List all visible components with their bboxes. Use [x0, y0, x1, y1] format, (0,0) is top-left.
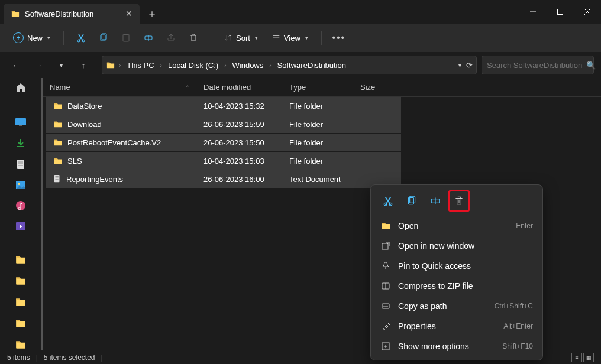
file-row[interactable]: PostRebootEventCache.V226-06-2023 15:50F…	[46, 134, 401, 151]
share-button[interactable]	[161, 28, 181, 48]
chevron-right-icon: ›	[223, 62, 227, 69]
folder-icon	[53, 120, 63, 128]
separator	[211, 31, 211, 45]
paste-button[interactable]	[116, 28, 136, 48]
column-name[interactable]: Name^	[43, 78, 196, 96]
refresh-button[interactable]: ⟳	[466, 61, 473, 70]
view-button[interactable]: View ▾	[266, 28, 314, 48]
rename-button[interactable]	[138, 28, 159, 48]
sidebar-folder[interactable]	[14, 318, 27, 329]
sidebar-downloads[interactable]	[14, 138, 27, 148]
file-name: PostRebootEventCache.V2	[67, 138, 161, 147]
address-bar[interactable]: › This PC › Local Disk (C:) › Windows › …	[102, 56, 477, 74]
svg-rect-20	[19, 125, 22, 126]
file-row[interactable]: ReportingEvents26-06-2023 16:00Text Docu…	[46, 170, 401, 188]
close-tab-button[interactable]: ✕	[125, 9, 133, 18]
breadcrumb[interactable]: Local Disk (C:)	[166, 60, 221, 71]
view-large-button[interactable]: ▦	[583, 353, 594, 362]
breadcrumb[interactable]: SoftwareDistribution	[275, 60, 348, 71]
status-item-count: 5 items	[7, 353, 30, 362]
sidebar-folder[interactable]	[14, 275, 27, 286]
maximize-button[interactable]	[547, 0, 574, 24]
context-label: Open in new window	[398, 241, 526, 251]
context-item-copy-as-path[interactable]: Copy as pathCtrl+Shift+C	[374, 296, 539, 316]
back-button[interactable]: ←	[7, 56, 25, 74]
copy-button[interactable]	[93, 28, 114, 48]
search-input[interactable]	[487, 61, 586, 70]
chevron-down-icon[interactable]: ▾	[458, 62, 461, 69]
up-button[interactable]: ↑	[75, 56, 92, 74]
new-button[interactable]: + New ▾	[7, 28, 56, 48]
new-label: New	[27, 34, 43, 43]
context-label: Compress to ZIP file	[398, 281, 526, 291]
separator: |	[36, 353, 38, 362]
column-size[interactable]: Size	[353, 78, 400, 96]
context-delete-button[interactable]	[449, 191, 469, 211]
file-name: SLS	[67, 157, 82, 165]
delete-button[interactable]	[183, 28, 203, 48]
context-item-open[interactable]: OpenEnter	[374, 216, 539, 236]
view-icon	[272, 34, 280, 42]
sidebar-home[interactable]	[14, 82, 27, 93]
new-tab-button[interactable]: ＋	[142, 4, 162, 24]
folder-icon	[106, 61, 115, 69]
tab-title: SoftwareDistribution	[25, 9, 121, 18]
recent-button[interactable]: ▾	[52, 56, 70, 74]
context-label: Open	[398, 221, 509, 230]
file-row[interactable]: SLS10-04-2023 15:03File folder	[46, 152, 401, 170]
context-label: Copy as path	[398, 301, 487, 311]
context-item-compress-to-zip-file[interactable]: Compress to ZIP file	[374, 276, 539, 296]
close-window-button[interactable]	[574, 0, 601, 24]
sort-icon	[224, 34, 232, 42]
context-shortcut: Shift+F10	[502, 342, 533, 350]
column-type[interactable]: Type	[282, 78, 353, 96]
context-item-open-in-new-window[interactable]: Open in new window	[374, 236, 539, 256]
chevron-right-icon: ›	[268, 62, 272, 69]
search-box[interactable]: 🔍	[482, 56, 594, 74]
breadcrumb[interactable]: This PC	[124, 60, 156, 71]
file-row[interactable]: DataStore10-04-2023 15:32File folder	[46, 97, 401, 115]
zip-icon	[380, 281, 391, 291]
sidebar-folder[interactable]	[14, 254, 27, 265]
column-headers: Name^ Date modified Type Size	[43, 78, 601, 97]
sidebar-folder[interactable]	[14, 297, 27, 307]
context-toolbar	[374, 188, 539, 216]
newwin-icon	[380, 241, 391, 251]
column-date[interactable]: Date modified	[196, 78, 282, 96]
window-tab[interactable]: SoftwareDistribution ✕	[4, 4, 140, 24]
sort-label: Sort	[236, 34, 250, 43]
folder-icon	[53, 102, 63, 110]
context-cut-button[interactable]	[378, 191, 398, 211]
context-copy-button[interactable]	[402, 191, 422, 211]
sidebar-videos[interactable]	[14, 222, 27, 231]
file-row[interactable]: Download26-06-2023 15:59File folder	[46, 115, 401, 133]
forward-button[interactable]: →	[30, 56, 47, 74]
context-item-pin-to-quick-access[interactable]: Pin to Quick access	[374, 256, 539, 276]
sidebar-music[interactable]	[14, 200, 27, 211]
context-rename-button[interactable]	[425, 191, 445, 211]
context-label: Show more options	[398, 342, 495, 351]
separator	[63, 31, 64, 45]
sidebar-pictures[interactable]	[14, 180, 27, 190]
sidebar-documents[interactable]	[14, 159, 27, 170]
context-item-show-more-options[interactable]: Show more optionsShift+F10	[374, 336, 539, 356]
svg-rect-13	[124, 34, 128, 35]
cut-button[interactable]	[71, 28, 91, 48]
chevron-down-icon: ▾	[255, 35, 258, 41]
more-button[interactable]: •••	[329, 28, 349, 48]
view-details-button[interactable]: ≡	[571, 353, 582, 362]
breadcrumb[interactable]: Windows	[230, 60, 266, 71]
svg-rect-5	[558, 9, 563, 15]
separator	[321, 31, 322, 45]
minimize-button[interactable]	[519, 0, 547, 24]
sidebar-desktop[interactable]	[14, 118, 27, 127]
toolbar: + New ▾ Sort ▾ View ▾ •••	[0, 24, 601, 52]
sidebar-folder[interactable]	[14, 339, 27, 350]
context-item-properties[interactable]: PropertiesAlt+Enter	[374, 316, 539, 336]
folder-icon	[380, 221, 391, 230]
path-icon	[380, 301, 391, 311]
sort-button[interactable]: Sort ▾	[218, 28, 264, 48]
context-shortcut: Alt+Enter	[503, 322, 533, 330]
svg-rect-19	[15, 118, 26, 125]
pin-icon	[380, 261, 391, 271]
